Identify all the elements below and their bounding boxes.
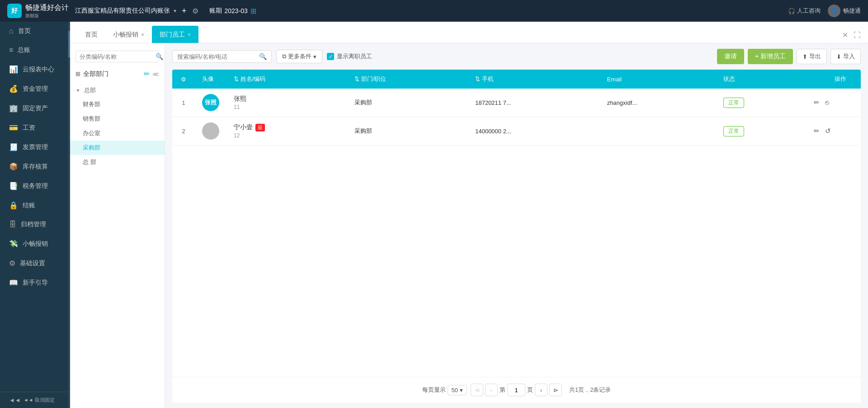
- logo-text: 畅捷通好会计 旗舰版: [25, 3, 69, 19]
- reports-icon: 📊: [9, 65, 18, 74]
- sidebar-item-close[interactable]: 🔒 结账: [0, 196, 70, 215]
- tab-expense-close[interactable]: ×: [141, 32, 144, 38]
- row-actions: ✏ ⎋: [807, 89, 861, 117]
- dept-collapse-icon[interactable]: ≪: [152, 70, 159, 78]
- status-badge: 正常: [723, 126, 744, 136]
- col-actions: 操作: [807, 70, 861, 89]
- checkbox-box: ✓: [327, 53, 334, 60]
- window-expand-button[interactable]: ⛶: [854, 31, 861, 39]
- dept-child-label: 办公室: [83, 130, 100, 136]
- delete-button[interactable]: ⎋: [825, 98, 829, 107]
- dept-search-box[interactable]: 🔍: [75, 51, 159, 62]
- sidebar-item-guide[interactable]: 📖 新手引导: [0, 273, 70, 292]
- dept-arrow-icon: ▼: [75, 88, 80, 93]
- prev-page-button[interactable]: ‹: [485, 384, 498, 396]
- col-email: Email: [600, 70, 716, 89]
- sidebar-item-funds[interactable]: 💰 资金管理: [0, 79, 70, 98]
- service-button[interactable]: 🎧 人工咨询: [788, 7, 821, 15]
- tab-dept-close[interactable]: ×: [188, 32, 191, 38]
- invite-button[interactable]: 邀请: [717, 49, 744, 64]
- home-icon: ⌂: [9, 27, 14, 35]
- employee-panel: 🔍 ⧉ 更多条件 ▾ ✓ 显示离职员工 邀请 + 新增员工: [165, 43, 868, 408]
- dept-child-label: 销售部: [83, 115, 100, 122]
- sidebar-item-tax[interactable]: 📑 税务管理: [0, 176, 70, 196]
- delete-button[interactable]: ↺: [825, 127, 831, 135]
- company-dropdown-icon: ▾: [174, 8, 176, 14]
- sidebar-item-ledger[interactable]: ≡ 总账: [0, 41, 70, 60]
- avatar: [202, 122, 219, 140]
- last-page-button[interactable]: ⊳: [549, 384, 562, 396]
- dept-child-purchasing[interactable]: 采购部: [70, 141, 165, 155]
- settings-nav-icon: ⚙: [9, 259, 15, 267]
- col-name-code[interactable]: ⇅ 姓名/编码: [226, 70, 347, 89]
- tab-expense[interactable]: 小畅报销 ×: [105, 26, 152, 43]
- invoice-icon: 🧾: [9, 143, 18, 151]
- company-selector[interactable]: 江西服宝精品有限责任公司内账张 ▾: [75, 7, 176, 15]
- sidebar-item-archive[interactable]: 🗄 归档管理: [0, 215, 70, 234]
- first-page-button[interactable]: ⊲: [471, 384, 483, 396]
- sidebar-item-payroll[interactable]: 💳 工资: [0, 118, 70, 137]
- filter-arrow-icon: ▾: [313, 53, 316, 60]
- calendar-icon[interactable]: ⊞: [250, 7, 256, 15]
- sidebar: ⌂ 首页 ≡ 总账 📊 云报表中心 💰 资金管理 🏢 固定资产 💳 工资 🧾 发…: [0, 22, 70, 408]
- filter-button[interactable]: ⧉ 更多条件 ▾: [276, 50, 322, 63]
- sidebar-item-invoice[interactable]: 🧾 发票管理: [0, 137, 70, 157]
- employee-search-input[interactable]: [177, 53, 259, 60]
- add-employee-button[interactable]: + 新增员工: [748, 49, 793, 64]
- col-settings[interactable]: ⚙: [172, 70, 195, 89]
- payroll-icon: 💳: [9, 123, 18, 132]
- window-close-button[interactable]: ✕: [842, 31, 848, 39]
- sidebar-item-settings[interactable]: ⚙ 基础设置: [0, 253, 70, 273]
- settings-icon[interactable]: ⚙: [192, 7, 198, 15]
- export-button[interactable]: ⬆ 导出: [797, 49, 827, 64]
- sidebar-item-reports[interactable]: 📊 云报表中心: [0, 60, 70, 79]
- col-phone[interactable]: ⇅ 手机: [468, 70, 599, 89]
- sidebar-item-home[interactable]: ⌂ 首页: [0, 22, 70, 41]
- dept-search-icon: 🔍: [156, 53, 163, 60]
- dept-edit-icon[interactable]: ✏: [144, 70, 150, 78]
- employee-toolbar: 🔍 ⧉ 更多条件 ▾ ✓ 显示离职员工 邀请 + 新增员工: [172, 49, 861, 64]
- tabs-bar: 首页 小畅报销 × 部门员工 × ✕ ⛶: [70, 22, 868, 43]
- dept-child-label: 财务部: [83, 101, 100, 108]
- dept-child-finance[interactable]: 财务部: [70, 97, 165, 112]
- employee-table-wrap: ⚙ 头像 ⇅ 姓名/编码 ⇅ 部门/职位 ⇅ 手机 Email: [172, 70, 861, 377]
- next-page-button[interactable]: ›: [535, 384, 547, 396]
- sidebar-item-assets[interactable]: 🏢 固定资产: [0, 98, 70, 118]
- dept-child-hq[interactable]: 总 部: [70, 155, 165, 169]
- headset-icon: 🎧: [788, 8, 795, 14]
- col-dept-position[interactable]: ⇅ 部门/职位: [347, 70, 468, 89]
- unpin-button[interactable]: ◄◄ ◄◄ 取消固定: [0, 392, 70, 408]
- tag-badge: 应: [255, 124, 265, 131]
- sort-icon: ⇅: [234, 75, 239, 82]
- tab-dept[interactable]: 部门员工 ×: [152, 26, 198, 43]
- employee-code: 11: [234, 104, 340, 110]
- import-button[interactable]: ⬇ 导入: [830, 49, 861, 64]
- sidebar-item-expense[interactable]: 💸 小畅报销: [0, 234, 70, 253]
- page-content: 🔍 ⊞ 全部部门 ✏ ≪ ▼ 总部 财务部 销售部: [70, 43, 868, 408]
- row-avatar: [195, 117, 226, 145]
- edit-button[interactable]: ✏: [814, 98, 820, 107]
- show-resigned-checkbox[interactable]: ✓ 显示离职员工: [327, 52, 372, 61]
- dept-tree: ▼ 总部 财务部 销售部 办公室 采购部 总 部: [70, 82, 165, 171]
- pager-buttons: ⊲ ‹ 第 页 › ⊳: [471, 384, 562, 396]
- row-status: 正常: [716, 89, 807, 117]
- all-dept-header[interactable]: ⊞ 全部部门 ✏ ≪: [70, 66, 165, 82]
- sidebar-item-inventory[interactable]: 📦 库存核算: [0, 157, 70, 176]
- edit-button[interactable]: ✏: [814, 127, 820, 135]
- dept-search-input[interactable]: [80, 53, 156, 60]
- employee-search-box[interactable]: 🔍: [172, 50, 272, 63]
- dept-group-headquarters[interactable]: ▼ 总部: [70, 84, 165, 97]
- export-icon: ⬆: [802, 53, 807, 60]
- avatar: 张照: [202, 94, 219, 111]
- table-row: 1 张照 张熙 11 采购部 18720211 7... zhangxidf..…: [172, 89, 861, 117]
- dept-child-sales[interactable]: 销售部: [70, 112, 165, 126]
- dept-child-office[interactable]: 办公室: [70, 126, 165, 141]
- dept-grid-icon: ⊞: [75, 70, 80, 77]
- employee-name: 宁小壹: [234, 123, 253, 131]
- user-menu[interactable]: 👤 畅捷通: [828, 5, 861, 17]
- page-size-dropdown[interactable]: 50 ▾: [448, 385, 467, 395]
- dept-child-label: 采购部: [83, 144, 100, 151]
- page-number-input[interactable]: [507, 384, 525, 396]
- tab-home[interactable]: 首页: [77, 26, 105, 43]
- add-company-button[interactable]: +: [182, 6, 187, 16]
